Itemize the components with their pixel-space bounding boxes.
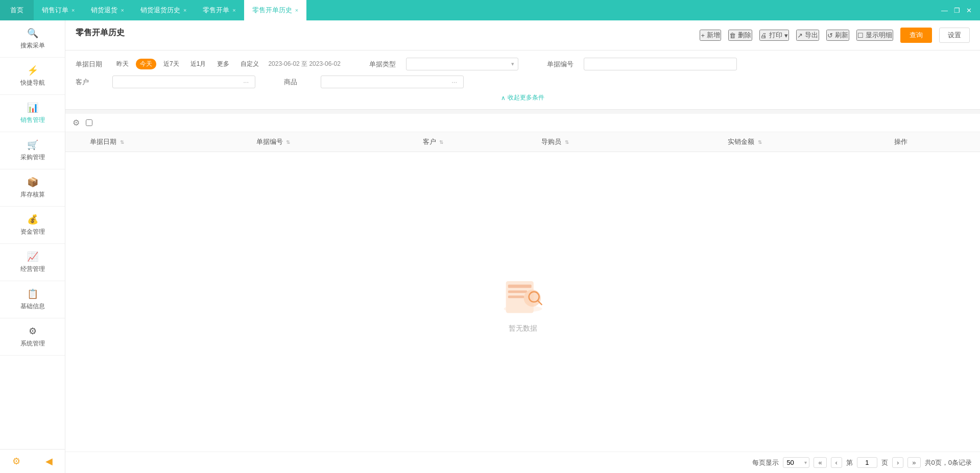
sidebar-item-search[interactable]: 🔍 搜索采单 [0,20,65,58]
maximize-button[interactable]: ❐ [954,7,960,14]
date-opt-more[interactable]: 更多 [213,59,233,69]
total-text: 共0页，0条记录 [925,458,972,467]
filter-row-2: 客户 ··· 商品 ··· [76,76,970,88]
next-page-button[interactable]: › [892,457,903,468]
col-amount-sort-icon: ⇅ [758,139,762,145]
tab-sales-return-history-label: 销货退货历史 [140,6,180,15]
add-label: 新增 [707,31,720,40]
goods-label: 商品 [284,78,313,87]
tab-sales-order[interactable]: 销售订单 × [34,0,83,20]
export-label: 导出 [805,31,818,40]
delete-button[interactable]: 🗑 删除 [728,30,752,41]
sales-icon: 📊 [27,102,38,113]
per-page-select[interactable]: 10 20 50 100 [783,457,809,468]
tab-sales-return[interactable]: 销货退货 × [83,0,132,20]
date-opt-custom[interactable]: 自定义 [236,59,263,69]
tab-retail-open-history[interactable]: 零售开单历史 × [244,0,306,20]
customer-input[interactable] [117,78,241,86]
display-detail-button[interactable]: ☐ 显示明细 [856,30,893,41]
page-input[interactable] [857,457,877,468]
purchase-icon: 🛒 [27,139,38,151]
sidebar-item-operations[interactable]: 📈 经营管理 [0,244,65,281]
col-guide-label: 导购员 [541,138,561,145]
goods-input[interactable] [325,78,449,86]
tab-sales-return-label: 销货退货 [91,6,117,15]
doc-no-input[interactable] [584,58,737,70]
sidebar-settings-icon[interactable]: ⚙ [12,456,20,467]
tab-home[interactable]: 首页 [0,0,34,20]
first-page-button[interactable]: « [814,457,826,468]
col-guide[interactable]: 导购员 ⇅ [535,132,678,152]
svg-rect-4 [508,295,524,298]
refresh-button[interactable]: ↺ 刷新 [826,30,849,41]
col-customer-label: 客户 [423,138,436,145]
add-button[interactable]: + 新增 [700,30,721,41]
customer-dots[interactable]: ··· [241,78,251,86]
settings-button[interactable]: 设置 [939,28,970,43]
sidebar-item-inventory[interactable]: 📦 库存核算 [0,169,65,207]
tab-retail-open-history-close[interactable]: × [295,7,298,13]
date-opt-last7[interactable]: 近7天 [159,59,183,69]
tab-retail-open-close[interactable]: × [232,7,235,13]
basic-info-icon: 📋 [27,288,38,300]
sidebar-item-system[interactable]: ⚙ 系统管理 [0,318,65,356]
sidebar-item-inventory-label: 库存核算 [20,190,45,199]
col-customer[interactable]: 客户 ⇅ [417,132,535,152]
tab-sales-order-close[interactable]: × [71,7,75,13]
page-suffix: 页 [881,458,888,467]
sidebar-item-finance[interactable]: 💰 资金管理 [0,207,65,244]
date-opt-today[interactable]: 今天 [136,59,156,69]
sidebar-item-basic-info-label: 基础信息 [20,302,45,311]
col-amount[interactable]: 实销金额 ⇅ [722,132,888,152]
minimize-button[interactable]: — [941,7,948,14]
sidebar-item-search-label: 搜索采单 [20,41,45,50]
page-header: 零售开单历史 + 新增 🗑 删除 🖨 打印 ▾ ↗ 导出 [65,20,980,51]
query-button[interactable]: 查询 [900,28,932,43]
svg-rect-2 [508,284,531,288]
col-date[interactable]: 单据日期 ⇅ [84,132,250,152]
collapse-icon: ∧ [501,94,506,102]
prev-page-button[interactable]: ‹ [831,457,842,468]
sidebar-collapse-icon[interactable]: ◀ [45,456,53,467]
svg-rect-3 [508,290,527,293]
date-opt-yesterday[interactable]: 昨天 [112,59,133,69]
sidebar-item-sales[interactable]: 📊 销售管理 [0,95,65,132]
sidebar-bottom: ⚙ ◀ [0,449,65,473]
print-button[interactable]: 🖨 打印 ▾ [759,30,789,41]
refresh-icon: ↺ [827,32,833,39]
close-window-button[interactable]: ✕ [966,7,972,14]
pagination: 每页显示 10 20 50 100 ▾ « ‹ 第 页 › » 共0页，0 [65,452,980,473]
refresh-label: 刷新 [835,31,848,40]
date-opt-last-month[interactable]: 近1月 [186,59,210,69]
sidebar-item-basic-info[interactable]: 📋 基础信息 [0,281,65,318]
tab-retail-open[interactable]: 零售开单 × [195,0,244,20]
col-date-label: 单据日期 [90,138,116,145]
export-button[interactable]: ↗ 导出 [796,30,819,41]
col-guide-sort-icon: ⇅ [565,139,569,145]
goods-dots[interactable]: ··· [449,78,459,86]
col-action-label: 操作 [894,138,907,145]
doc-type-select[interactable] [406,58,518,70]
print-icon: 🖨 [760,32,767,39]
filter-area: 单据日期 昨天 今天 近7天 近1月 更多 自定义 2023-06-02 至 2… [65,51,980,110]
col-no-sort-icon: ⇅ [286,139,290,145]
tab-sales-return-close[interactable]: × [121,7,124,13]
doc-type-select-wrap: ▾ [406,58,518,70]
date-filter-label: 单据日期 [76,60,104,69]
last-page-button[interactable]: » [907,457,920,468]
col-no[interactable]: 单据编号 ⇅ [250,132,417,152]
col-no-label: 单据编号 [256,138,283,145]
tab-sales-return-history-close[interactable]: × [183,7,186,13]
search-icon: 🔍 [27,28,38,39]
sidebar-item-quick-nav[interactable]: ⚡ 快捷导航 [0,58,65,95]
collapse-button[interactable]: ∧ 收起更多条件 [76,93,970,102]
tab-retail-open-label: 零售开单 [203,6,229,15]
select-all-checkbox[interactable] [86,119,92,126]
per-page-label: 每页显示 [752,458,779,467]
table-settings-icon[interactable]: ⚙ [73,118,80,128]
tab-sales-return-history[interactable]: 销货退货历史 × [132,0,195,20]
quick-nav-icon: ⚡ [27,65,38,76]
empty-state: 暂无数据 [65,152,980,452]
sidebar-item-purchase[interactable]: 🛒 采购管理 [0,132,65,169]
sidebar-item-quick-nav-label: 快捷导航 [20,79,45,87]
